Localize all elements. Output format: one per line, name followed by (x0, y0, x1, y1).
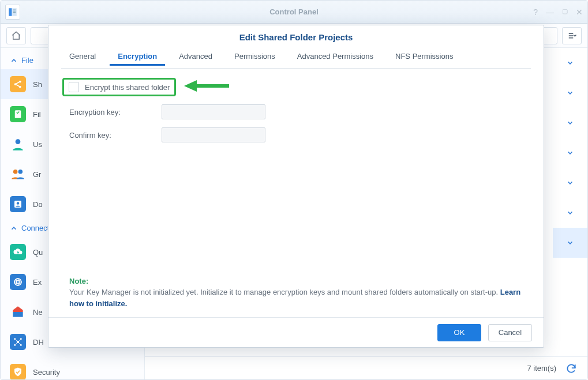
svg-line-30 (18, 339, 21, 342)
sidebar-item-label: Ex (33, 278, 42, 287)
svg-line-12 (16, 85, 19, 86)
expand-row[interactable] (553, 168, 587, 198)
control-panel-window: Control Panel ? — ▢ ✕ File Sh (0, 0, 588, 380)
cloud-icon (10, 244, 26, 260)
user-icon (10, 136, 26, 152)
shield-icon (10, 364, 26, 379)
note-text: Your Key Manager is not initialized yet.… (69, 288, 498, 296)
expand-row[interactable] (553, 138, 587, 168)
svg-point-16 (18, 170, 23, 174)
note-block: Note: Your Key Manager is not initialize… (69, 276, 523, 310)
group-icon (10, 166, 26, 182)
help-icon[interactable]: ? (533, 7, 538, 17)
home-button[interactable] (6, 27, 26, 44)
expand-row[interactable] (553, 78, 587, 108)
app-icon (5, 5, 20, 20)
svg-rect-2 (13, 9, 16, 10)
status-bar: 7 item(s) (145, 356, 587, 379)
sidebar-item-security[interactable]: Security (1, 357, 144, 379)
domain-icon (10, 196, 26, 212)
window-title: Control Panel (1, 7, 587, 16)
globe-icon (10, 274, 26, 290)
tab-advanced-permissions[interactable]: Advanced Permissions (289, 48, 381, 66)
dhcp-icon (10, 334, 26, 350)
svg-point-20 (14, 279, 21, 285)
confirm-key-input (162, 127, 265, 142)
expand-column (553, 48, 587, 356)
svg-line-31 (15, 342, 18, 345)
expand-row[interactable] (553, 228, 587, 258)
sidebar-item-label: Fil (33, 110, 41, 119)
note-title: Note: (69, 276, 523, 287)
sidebar-item-label: Security (33, 368, 60, 377)
expand-row[interactable] (553, 48, 587, 78)
svg-rect-3 (13, 10, 16, 11)
annotation-arrow (184, 78, 230, 94)
network-icon (10, 304, 26, 320)
sidebar-item-label: DH (33, 338, 44, 347)
svg-line-32 (18, 342, 21, 345)
encrypt-checkbox-row[interactable]: Encrypt this shared folder (62, 78, 176, 96)
confirm-key-label: Confirm key: (69, 131, 162, 140)
item-count: 7 item(s) (527, 364, 556, 373)
svg-rect-0 (9, 8, 12, 16)
svg-line-11 (16, 82, 19, 84)
minimize-icon[interactable]: — (546, 7, 554, 17)
sidebar-section-label: File (21, 56, 33, 65)
svg-point-14 (16, 139, 21, 144)
tab-permissions[interactable]: Permissions (226, 48, 283, 66)
sidebar-item-label: Do (33, 200, 43, 209)
cancel-button[interactable]: Cancel (488, 324, 532, 341)
tab-nfs-permissions[interactable]: NFS Permissions (387, 48, 461, 66)
edit-shared-folder-dialog: Edit Shared Folder Projects General Encr… (48, 25, 544, 348)
svg-marker-34 (184, 80, 197, 92)
encrypt-checkbox[interactable] (69, 82, 79, 92)
sidebar-item-label: Ne (33, 308, 43, 317)
close-icon[interactable]: ✕ (576, 7, 583, 17)
share-icon (10, 76, 26, 92)
refresh-icon[interactable] (565, 363, 577, 374)
svg-point-15 (13, 170, 18, 174)
expand-row[interactable] (553, 198, 587, 228)
dialog-title: Edit Shared Folder Projects (48, 25, 544, 48)
sidebar-section-label: Connect (21, 224, 49, 232)
encryption-key-input (162, 104, 265, 119)
svg-rect-13 (15, 110, 21, 118)
svg-rect-4 (13, 12, 16, 13)
svg-line-29 (15, 339, 18, 342)
encrypt-label: Encrypt this shared folder (85, 83, 170, 92)
tab-general[interactable]: General (61, 48, 104, 66)
dialog-tabs: General Encryption Advanced Permissions … (48, 48, 544, 68)
svg-rect-23 (13, 312, 23, 317)
sidebar-item-label: Qu (33, 248, 43, 257)
sidebar-item-label: Gr (33, 170, 41, 179)
tab-encryption[interactable]: Encryption (110, 48, 165, 66)
encryption-key-label: Encryption key: (69, 108, 162, 116)
sidebar-item-label: Sh (33, 80, 42, 89)
svg-point-18 (17, 202, 20, 205)
tab-advanced[interactable]: Advanced (171, 48, 220, 66)
dialog-footer: OK Cancel (48, 317, 544, 347)
sort-button[interactable] (562, 27, 582, 44)
ok-button[interactable]: OK (437, 324, 481, 341)
sidebar-item-label: Us (33, 140, 42, 149)
titlebar: Control Panel ? — ▢ ✕ (1, 1, 587, 24)
expand-row[interactable] (553, 108, 587, 138)
file-icon (10, 106, 26, 122)
maximize-icon[interactable]: ▢ (562, 7, 568, 17)
